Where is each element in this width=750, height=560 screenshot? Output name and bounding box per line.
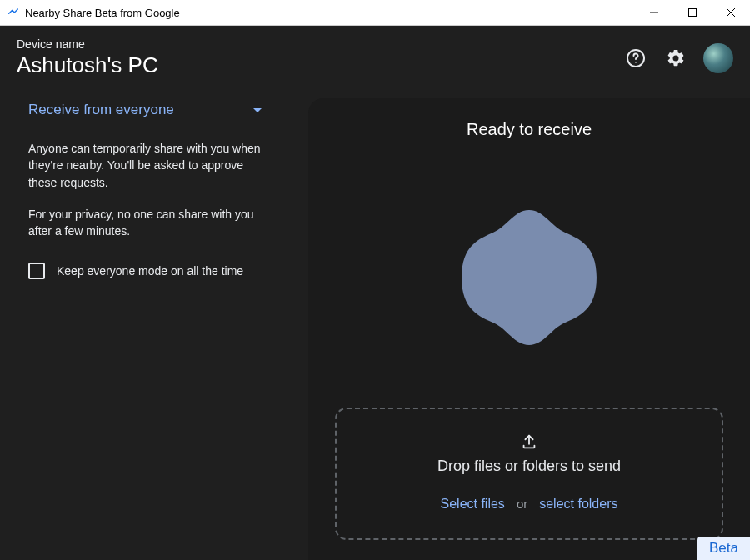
select-folders-button[interactable]: select folders [539, 497, 618, 512]
svg-rect-1 [689, 9, 697, 17]
blob-graphic [456, 204, 602, 351]
maximize-button[interactable] [673, 0, 712, 26]
window-titlebar: Nearby Share Beta from Google [0, 0, 750, 26]
nearby-share-icon [7, 6, 20, 19]
app-header: Device name Ashutosh's PC [0, 26, 750, 87]
device-block: Device name Ashutosh's PC [17, 38, 158, 78]
device-name-value: Ashutosh's PC [17, 52, 158, 78]
window-controls [635, 0, 750, 26]
receive-mode-label: Receive from everyone [28, 102, 174, 118]
window-title: Nearby Share Beta from Google [25, 7, 180, 19]
receive-description-1: Anyone can temporarily share with you wh… [28, 140, 275, 191]
receive-graphic-zone [335, 148, 723, 408]
right-panel: Ready to receive Drop files or folders t… [308, 98, 750, 560]
account-avatar[interactable] [703, 43, 733, 73]
left-panel: Receive from everyone Anyone can tempora… [0, 98, 292, 560]
receive-description: Anyone can temporarily share with you wh… [28, 140, 275, 239]
keep-on-checkbox[interactable] [28, 262, 45, 279]
drop-zone[interactable]: Drop files or folders to send Select fil… [335, 408, 723, 540]
close-button[interactable] [712, 0, 750, 26]
upload-icon [520, 432, 538, 451]
beta-badge: Beta [698, 537, 750, 560]
receive-mode-dropdown[interactable]: Receive from everyone [28, 98, 262, 122]
drop-title: Drop files or folders to send [438, 458, 621, 475]
svg-point-5 [635, 62, 637, 63]
keep-on-checkbox-row[interactable]: Keep everyone mode on all the time [28, 262, 275, 279]
help-button[interactable] [623, 46, 648, 71]
keep-on-label: Keep everyone mode on all the time [57, 264, 243, 278]
minimize-button[interactable] [635, 0, 673, 26]
chevron-down-icon [253, 108, 262, 112]
settings-button[interactable] [663, 46, 688, 71]
receive-description-2: For your privacy, no one can share with … [28, 206, 275, 240]
ready-title: Ready to receive [467, 120, 592, 139]
select-files-button[interactable]: Select files [441, 497, 505, 512]
device-name-label: Device name [17, 38, 158, 51]
or-text: or [517, 497, 528, 511]
